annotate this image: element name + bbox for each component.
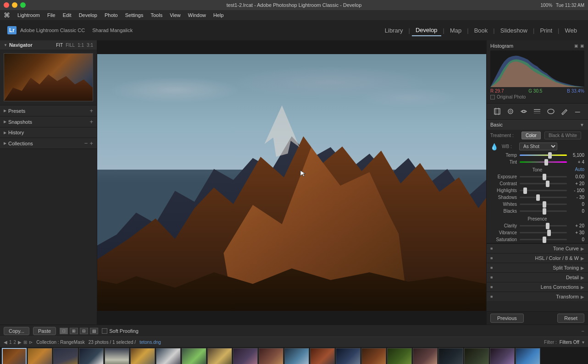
- saturation-track[interactable]: [520, 239, 567, 240]
- paste-button[interactable]: Paste: [33, 327, 56, 335]
- tint-track[interactable]: [520, 161, 567, 163]
- close-button[interactable]: [4, 2, 9, 8]
- soft-proofing-checkbox[interactable]: [102, 328, 107, 334]
- menu-tools[interactable]: Tools: [150, 12, 162, 18]
- exposure-track[interactable]: [520, 176, 567, 177]
- film-thumb-8[interactable]: [182, 348, 206, 364]
- hsl-module[interactable]: ■ HSL / Color / 8 & W ▶: [487, 253, 588, 263]
- shadows-track[interactable]: [520, 197, 567, 198]
- tone-curve-module[interactable]: ■ Tone Curve ▶: [487, 243, 588, 253]
- nav-slideshow[interactable]: Slideshow: [497, 25, 531, 36]
- collections-header[interactable]: ▶ Collections − +: [0, 138, 97, 149]
- film-thumb-10[interactable]: [233, 348, 258, 364]
- film-thumb-14[interactable]: [336, 348, 361, 364]
- temp-thumb[interactable]: [548, 152, 552, 159]
- vibrance-thumb[interactable]: [547, 230, 551, 236]
- menu-photo[interactable]: Photo: [105, 12, 118, 18]
- wb-eyedropper[interactable]: 💧: [490, 143, 498, 150]
- film-thumb-20[interactable]: [490, 348, 515, 364]
- basic-panel-expand[interactable]: ▼: [580, 122, 584, 127]
- radial-filter-icon[interactable]: [546, 106, 556, 116]
- nav-print[interactable]: Print: [536, 25, 556, 36]
- contrast-thumb[interactable]: [546, 181, 549, 187]
- film-nav-left[interactable]: ◀: [4, 340, 7, 345]
- film-nav-forward[interactable]: ⊳: [29, 340, 33, 345]
- transform-module[interactable]: ■ Transform ▶: [487, 292, 588, 301]
- snapshots-header[interactable]: ▶ Snapshots +: [0, 116, 97, 127]
- filter-dropdown-icon[interactable]: ▾: [582, 340, 584, 345]
- whites-thumb[interactable]: [543, 201, 546, 208]
- clarity-thumb[interactable]: [546, 223, 549, 229]
- nav-develop[interactable]: Develop: [412, 25, 441, 36]
- menu-develop[interactable]: Develop: [79, 12, 97, 18]
- nav-library[interactable]: Library: [381, 25, 407, 36]
- menu-file[interactable]: File: [47, 12, 55, 18]
- whites-track[interactable]: [520, 204, 567, 205]
- zoom-minus-icon[interactable]: −: [582, 328, 584, 334]
- film-thumb-15[interactable]: [361, 348, 386, 364]
- nav-book[interactable]: Book: [471, 25, 492, 36]
- nav-web[interactable]: Web: [561, 25, 581, 36]
- reset-button[interactable]: Reset: [557, 314, 584, 323]
- split-toning-module[interactable]: ■ Split Toning ▶: [487, 263, 588, 272]
- film-thumb-2[interactable]: [28, 348, 52, 364]
- minimize-button[interactable]: [12, 2, 17, 8]
- menu-view[interactable]: View: [170, 12, 181, 18]
- film-thumb-21[interactable]: [516, 348, 540, 364]
- red-eye-icon[interactable]: [519, 106, 529, 116]
- highlight-warning-icon[interactable]: ▣: [574, 44, 578, 48]
- graduated-filter-icon[interactable]: [532, 106, 542, 116]
- compare-view-icon[interactable]: ⊟: [80, 328, 88, 334]
- collections-add-btn[interactable]: +: [89, 140, 93, 146]
- highlights-thumb[interactable]: [523, 188, 527, 194]
- range-mask-icon[interactable]: —: [572, 106, 582, 116]
- treatment-bw-btn[interactable]: Black & White: [544, 132, 581, 139]
- blacks-track[interactable]: [520, 210, 567, 212]
- wb-dropdown[interactable]: As Shot Auto Daylight Cloudy Shade Tungs…: [519, 143, 557, 150]
- shadows-thumb[interactable]: [536, 194, 540, 201]
- history-header[interactable]: ▶ History: [0, 127, 97, 138]
- film-thumb-4[interactable]: [79, 348, 104, 364]
- menu-edit[interactable]: Edit: [63, 12, 72, 18]
- menu-help[interactable]: Help: [213, 12, 224, 18]
- lens-corrections-module[interactable]: ■ Lens Corrections ▶: [487, 282, 588, 292]
- original-photo-checkbox[interactable]: [490, 95, 495, 99]
- apple-menu[interactable]: ⌘: [4, 11, 10, 19]
- copy-button[interactable]: Copy...: [4, 327, 29, 335]
- treatment-color-btn[interactable]: Color: [521, 132, 541, 139]
- presets-add-btn[interactable]: +: [89, 108, 93, 114]
- menu-settings[interactable]: Settings: [125, 12, 144, 18]
- film-thumb-6[interactable]: [130, 348, 155, 364]
- loupe-view-icon[interactable]: □: [60, 328, 68, 334]
- film-thumb-1[interactable]: [2, 348, 27, 364]
- collections-remove-btn[interactable]: −: [84, 140, 88, 146]
- navigator-header[interactable]: ▼ Navigator FIT FILL 1:1 3:1: [0, 40, 97, 50]
- film-thumb-16[interactable]: [387, 348, 412, 364]
- temp-track[interactable]: [520, 154, 567, 156]
- film-thumb-9[interactable]: [207, 348, 232, 364]
- shadow-warning-icon[interactable]: ▣: [580, 44, 584, 48]
- film-page-1[interactable]: 1: [9, 340, 12, 345]
- main-image-area[interactable]: [97, 40, 486, 325]
- film-thumb-13[interactable]: [310, 348, 335, 364]
- tint-thumb[interactable]: [544, 159, 548, 165]
- film-thumb-5[interactable]: [105, 348, 129, 364]
- contrast-track[interactable]: [520, 183, 567, 184]
- film-nav-right[interactable]: ▶: [18, 340, 22, 345]
- nav-map[interactable]: Map: [446, 25, 465, 36]
- film-thumb-3[interactable]: [53, 348, 78, 364]
- blacks-thumb[interactable]: [543, 208, 546, 215]
- menu-window[interactable]: Window: [188, 12, 206, 18]
- tone-auto-btn[interactable]: Auto: [575, 167, 584, 172]
- detail-module[interactable]: ■ Detail ▶: [487, 272, 588, 282]
- adjustment-brush-icon[interactable]: [559, 106, 569, 116]
- film-thumb-19[interactable]: [464, 348, 489, 364]
- saturation-thumb[interactable]: [543, 237, 546, 243]
- presets-header[interactable]: ▶ Presets +: [0, 105, 97, 116]
- film-nav-grid[interactable]: ⊞: [23, 340, 27, 345]
- nav-size-fit[interactable]: FIT: [56, 43, 63, 48]
- navigator-preview[interactable]: [0, 50, 97, 105]
- menu-lightroom[interactable]: Lightroom: [17, 12, 40, 18]
- survey-view-icon[interactable]: ▤: [90, 328, 98, 334]
- vibrance-track[interactable]: [520, 232, 567, 233]
